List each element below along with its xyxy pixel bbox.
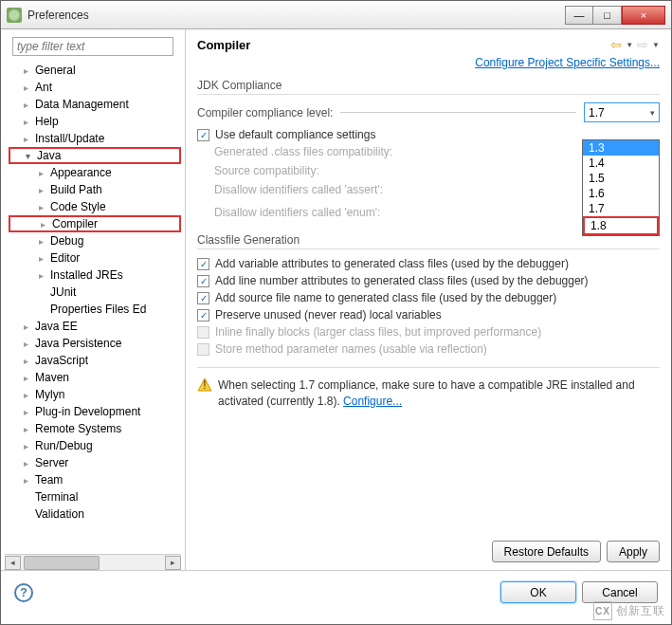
cancel-button[interactable]: Cancel bbox=[582, 581, 658, 603]
tree-arrow-icon[interactable] bbox=[24, 475, 35, 486]
tree-item-data-management[interactable]: Data Management bbox=[9, 96, 181, 113]
tree-item-mylyn[interactable]: Mylyn bbox=[9, 386, 181, 403]
compliance-dropdown-list[interactable]: 1.31.41.51.61.71.8 bbox=[582, 139, 660, 236]
tree-arrow-icon[interactable] bbox=[24, 441, 35, 451]
horizontal-scrollbar[interactable]: ◂ ▸ bbox=[5, 554, 181, 570]
tree-item-server[interactable]: Server bbox=[9, 454, 181, 471]
close-button[interactable]: × bbox=[622, 6, 665, 25]
tree-item-code-style[interactable]: Code Style bbox=[9, 198, 181, 215]
tree-arrow-icon[interactable] bbox=[24, 424, 35, 434]
tree-item-team[interactable]: Team bbox=[9, 471, 181, 488]
tree-arrow-icon[interactable] bbox=[24, 458, 35, 469]
tree-item-install-update[interactable]: Install/Update bbox=[9, 130, 181, 147]
nav-forward-dropdown-icon[interactable]: ▼ bbox=[652, 41, 660, 49]
help-icon[interactable]: ? bbox=[14, 583, 33, 602]
tree-arrow-icon[interactable] bbox=[24, 117, 35, 127]
inline-label: Inline finally blocks (larger class file… bbox=[215, 325, 541, 339]
tree-arrow-icon[interactable] bbox=[24, 373, 35, 383]
nav-back-dropdown-icon[interactable]: ▼ bbox=[626, 41, 633, 49]
scroll-right-arrow-icon[interactable]: ▸ bbox=[165, 556, 181, 570]
tree-item-debug[interactable]: Debug bbox=[9, 232, 181, 249]
tree-arrow-icon[interactable] bbox=[24, 339, 35, 349]
tree-item-label: Java EE bbox=[35, 320, 78, 333]
tree-item-build-path[interactable]: Build Path bbox=[9, 181, 181, 198]
tree-item-label: Terminal bbox=[35, 490, 78, 504]
add-source-checkbox[interactable] bbox=[197, 292, 209, 304]
tree-arrow-icon[interactable] bbox=[39, 168, 50, 178]
tree-arrow-icon[interactable] bbox=[24, 407, 35, 417]
tree-arrow-icon[interactable] bbox=[41, 219, 52, 230]
tree-item-plug-in-development[interactable]: Plug-in Development bbox=[9, 403, 181, 420]
main-header: Compiler ⇦ ▼ ⇨ ▼ bbox=[197, 37, 660, 52]
tree-item-validation[interactable]: Validation bbox=[9, 506, 181, 523]
tree-item-javascript[interactable]: JavaScript bbox=[9, 352, 181, 369]
tree-arrow-icon[interactable] bbox=[39, 202, 50, 212]
add-line-checkbox[interactable] bbox=[197, 275, 209, 287]
tree-item-run-debug[interactable]: Run/Debug bbox=[9, 437, 181, 454]
tree-arrow-icon[interactable] bbox=[24, 65, 35, 76]
minimize-button[interactable]: — bbox=[565, 6, 593, 25]
tree-arrow-icon[interactable] bbox=[26, 151, 37, 161]
add-var-checkbox[interactable] bbox=[197, 258, 209, 270]
maximize-button[interactable]: □ bbox=[593, 6, 622, 25]
preserve-row: Preserve unused (never read) local varia… bbox=[197, 308, 660, 322]
dropdown-option-1-3[interactable]: 1.3 bbox=[583, 140, 659, 156]
dropdown-option-1-8[interactable]: 1.8 bbox=[583, 216, 659, 235]
tree-arrow-icon[interactable] bbox=[24, 390, 35, 400]
nav-arrows: ⇦ ▼ ⇨ ▼ bbox=[610, 37, 660, 52]
tree-item-label: Data Management bbox=[35, 98, 129, 111]
tree-item-terminal[interactable]: Terminal bbox=[9, 488, 181, 506]
tree-arrow-icon[interactable] bbox=[39, 236, 50, 247]
tree-arrow-icon[interactable] bbox=[39, 270, 50, 281]
warning-text: When selecting 1.7 compliance, make sure… bbox=[218, 377, 660, 410]
compliance-level-select[interactable]: 1.7 bbox=[584, 102, 660, 122]
config-project-link[interactable]: Configure Project Specific Settings... bbox=[475, 56, 660, 69]
tree-item-label: Installed JREs bbox=[50, 268, 123, 282]
tree-item-properties-files-ed[interactable]: Properties Files Ed bbox=[9, 301, 181, 318]
tree-item-label: Mylyn bbox=[35, 388, 64, 401]
tree-item-junit[interactable]: JUnit bbox=[9, 284, 181, 301]
tree-item-java[interactable]: Java bbox=[9, 147, 181, 164]
tree-arrow-icon[interactable] bbox=[24, 322, 35, 332]
tree-item-compiler[interactable]: Compiler bbox=[9, 215, 181, 232]
tree-item-ant[interactable]: Ant bbox=[9, 79, 181, 96]
scroll-thumb[interactable] bbox=[24, 556, 100, 570]
tree-arrow-icon[interactable] bbox=[24, 356, 35, 366]
svg-text:!: ! bbox=[203, 378, 206, 392]
compliance-level-row: Compiler compliance level: 1.7 bbox=[197, 102, 660, 122]
tree-arrow-icon[interactable] bbox=[24, 100, 35, 110]
filter-input[interactable] bbox=[12, 37, 173, 56]
configure-jre-link[interactable]: Configure... bbox=[343, 395, 402, 408]
tree-arrow-icon[interactable] bbox=[39, 185, 50, 195]
nav-back-icon[interactable]: ⇦ bbox=[610, 37, 622, 52]
ok-button[interactable]: OK bbox=[500, 581, 576, 603]
dropdown-option-1-6[interactable]: 1.6 bbox=[583, 186, 659, 201]
preserve-checkbox[interactable] bbox=[197, 309, 209, 322]
dropdown-option-1-7[interactable]: 1.7 bbox=[583, 201, 659, 216]
tree-item-general[interactable]: General bbox=[9, 62, 181, 79]
tree-item-remote-systems[interactable]: Remote Systems bbox=[9, 420, 181, 437]
tree-item-appearance[interactable]: Appearance bbox=[9, 164, 181, 181]
nav-forward-icon[interactable]: ⇨ bbox=[637, 37, 648, 52]
store-checkbox bbox=[197, 343, 209, 356]
dropdown-option-1-4[interactable]: 1.4 bbox=[583, 156, 659, 171]
config-project-link-row: Configure Project Specific Settings... bbox=[197, 56, 660, 69]
preferences-tree[interactable]: GeneralAntData ManagementHelpInstall/Upd… bbox=[5, 62, 181, 554]
tree-item-help[interactable]: Help bbox=[9, 113, 181, 130]
store-label: Store method parameter names (usable via… bbox=[215, 342, 487, 356]
main-panel: Compiler ⇦ ▼ ⇨ ▼ Configure Project Speci… bbox=[186, 29, 671, 570]
apply-button[interactable]: Apply bbox=[607, 541, 660, 562]
divider bbox=[340, 112, 576, 113]
tree-arrow-icon[interactable] bbox=[24, 134, 35, 144]
dropdown-option-1-5[interactable]: 1.5 bbox=[583, 171, 659, 186]
tree-item-java-persistence[interactable]: Java Persistence bbox=[9, 335, 181, 352]
tree-item-editor[interactable]: Editor bbox=[9, 249, 181, 267]
tree-item-java-ee[interactable]: Java EE bbox=[9, 318, 181, 335]
scroll-left-arrow-icon[interactable]: ◂ bbox=[5, 556, 21, 570]
use-default-checkbox[interactable] bbox=[197, 129, 209, 141]
restore-defaults-button[interactable]: Restore Defaults bbox=[492, 541, 601, 562]
tree-arrow-icon[interactable] bbox=[24, 83, 35, 93]
tree-item-installed-jres[interactable]: Installed JREs bbox=[9, 267, 181, 284]
tree-arrow-icon[interactable] bbox=[39, 253, 50, 264]
tree-item-maven[interactable]: Maven bbox=[9, 369, 181, 386]
